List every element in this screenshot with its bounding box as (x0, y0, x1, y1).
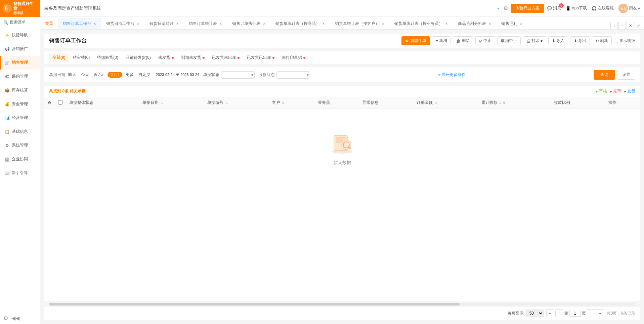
tab-sales-revenue[interactable]: 销售毛利 ✕ (496, 18, 527, 29)
sidebar-item-sales[interactable]: 🛒 销售管理 (0, 56, 40, 70)
horizontal-scrollbar[interactable] (44, 301, 640, 306)
next-page-btn[interactable]: › (587, 309, 595, 317)
last-page-btn[interactable]: » (596, 309, 604, 317)
delete-btn[interactable]: 🗑 删除 (453, 36, 473, 45)
tab-home[interactable]: 首页 (40, 18, 58, 29)
tab-gross-margin[interactable]: 商品毛利分析表 ✕ (453, 18, 496, 29)
filter-tab-not-shipped[interactable]: 未发货 (155, 53, 177, 62)
tab-close-sales-stat-customer[interactable]: ✕ (382, 22, 384, 26)
sidebar-item-system[interactable]: ⚙ 系统管理 (0, 138, 40, 152)
sidebar-item-inventory[interactable]: 📦 库存核算 (0, 83, 40, 97)
yesterday-opt[interactable]: 昨天 (67, 71, 78, 78)
filter-tab-shipped-not-out[interactable]: 已发货未出库 (209, 53, 243, 62)
scroll-thumb[interactable] (49, 303, 460, 306)
sidebar-item-quicknav[interactable]: ⚡ 快捷导航 (0, 28, 40, 42)
select-all-checkbox[interactable] (58, 100, 62, 105)
filter-tab-pending-inspect[interactable]: 待抓验货(0) (94, 53, 122, 62)
settings-gear-icon[interactable]: ⚙ (3, 315, 8, 321)
scroll-track[interactable] (49, 303, 635, 306)
col-collected[interactable]: 累计收款... ⇅ (478, 97, 551, 109)
tab-sales-stat-staff[interactable]: 销货单统计表（按业务员） ✕ (389, 18, 453, 29)
online-service-btn[interactable]: 🎧 在线客服 (592, 5, 614, 11)
sidebar-item-operations[interactable]: 📊 经营管理 (0, 111, 40, 125)
collapse-icon[interactable]: ◀◀ (11, 315, 19, 321)
more-opt[interactable]: 更多 (124, 71, 135, 78)
filter-settings-btn[interactable]: 设置 (617, 70, 635, 80)
tab-sales-stat[interactable]: 销售订单统计表 ✕ (184, 18, 227, 29)
col-check[interactable] (55, 97, 66, 109)
payment-select[interactable] (276, 71, 310, 79)
user-menu[interactable]: Ea 用友 ▾ (618, 4, 640, 13)
tab-close-sales-revenue[interactable]: ✕ (520, 22, 522, 26)
sidebar-item-guide[interactable]: 📖 新手引导 (0, 166, 40, 180)
filter-tab-pending-review[interactable]: 待审核(0) (70, 53, 93, 62)
sidebar-item-enterprise[interactable]: 🏢 企业协同 (0, 152, 40, 166)
filter-tab-all[interactable]: 全部(0) (49, 53, 69, 62)
7days-opt[interactable]: 近7天 (92, 71, 105, 78)
smart-create-btn[interactable]: ★ 智能生单 (401, 36, 430, 45)
sidebar-item-basics[interactable]: 📋 基础信息 (0, 125, 40, 138)
tab-close-cash-daily[interactable]: ✕ (137, 22, 139, 26)
tab-cash-reconcile[interactable]: 钱货日清对账 ✕ (144, 18, 184, 29)
stop-btn[interactable]: ⊘ 中止 (475, 36, 495, 45)
show-detail-checkbox-label[interactable]: 显示明细 (614, 38, 635, 44)
title-dropdown-icon[interactable]: ▾ (497, 6, 499, 11)
batch-deliver-btn[interactable]: ● 发货 (624, 88, 635, 94)
tab-fullscreen-btn[interactable]: ⤢ (635, 22, 642, 29)
col-ratio[interactable]: 收款比例 (551, 97, 605, 109)
tab-close-sales-workbench[interactable]: ✕ (93, 22, 96, 26)
page-number-input[interactable] (569, 310, 581, 317)
tab-close-sales-stat[interactable]: ✕ (219, 22, 222, 26)
today-opt[interactable]: 今天 (80, 71, 90, 78)
col-number[interactable]: 单据编号 ⇅ (204, 97, 269, 109)
filter-tab-wangpu[interactable]: 旺铺待发货(0) (122, 53, 154, 62)
export-btn[interactable]: ⬆ 导出 (570, 36, 590, 45)
industry-solution-btn[interactable]: 体验行业方案 (511, 4, 544, 13)
batch-revoke-btn[interactable]: ● 充审 (610, 88, 621, 94)
search-menu[interactable]: 🔍 搜索菜单 (0, 17, 40, 28)
col-status[interactable]: 单据整体状态 (66, 97, 139, 109)
cancel-stop-btn[interactable]: 取消中止 (497, 36, 521, 45)
new-btn[interactable]: + 新增 (432, 36, 451, 45)
filter-tab-shipped-out[interactable]: 已发货已出库 (244, 53, 278, 62)
tab-close-cash-reconcile[interactable]: ✕ (176, 22, 179, 26)
tab-close-sales-exec[interactable]: ✕ (263, 22, 265, 26)
filter-tab-not-printed[interactable]: 未打印单据 (278, 53, 309, 62)
tab-sales-workbench[interactable]: 销售订单工作台 ✕ (58, 18, 101, 29)
custom-opt[interactable]: 自定义 (137, 71, 152, 78)
tab-prev-btn[interactable]: ‹ (610, 22, 618, 29)
status-select[interactable] (221, 71, 255, 79)
top-settings-icon[interactable]: ⚙ (503, 5, 508, 11)
page-size-select[interactable]: 20 50 100 (526, 310, 544, 317)
col-staff[interactable]: 业务员 (314, 97, 359, 109)
import-btn[interactable]: ⬇ 导入 (548, 36, 568, 45)
batch-audit-btn[interactable]: ● 审核 (595, 88, 607, 94)
tab-cash-daily[interactable]: 钱货日清工作台 ✕ (101, 18, 144, 29)
tab-close-all-btn[interactable]: ✕ (627, 22, 634, 29)
refresh-btn[interactable]: ↻ 刷新 (592, 36, 612, 45)
message-btn[interactable]: 💬 6 消息 (547, 5, 561, 11)
tab-close-sales-stat-product[interactable]: ✕ (322, 22, 325, 26)
expand-conditions-btn[interactable]: ▿ 展开更多条件 (438, 72, 466, 78)
col-amount[interactable]: 订单金额 ⇅ (413, 97, 478, 109)
sidebar-item-finance[interactable]: 💰 资金管理 (0, 97, 40, 111)
query-btn[interactable]: 查询 (594, 70, 615, 80)
1month-opt[interactable]: 近1月 (108, 72, 122, 78)
tab-sales-stat-product[interactable]: 销货单统计表（按商品） ✕ (270, 18, 330, 29)
sidebar-item-purchase[interactable]: 🏷 采购管理 (0, 70, 40, 83)
prev-page-btn[interactable]: ‹ (555, 309, 563, 317)
col-settings[interactable]: ⚙ (44, 97, 55, 109)
col-date[interactable]: 单据日期 ⇅ (139, 97, 204, 109)
print-btn[interactable]: 🖨 打印 ▾ (523, 36, 546, 45)
filter-tab-overdue[interactable]: 到期未发货 (178, 53, 208, 62)
tab-sales-exec[interactable]: 销售订单执行表 ✕ (227, 18, 270, 29)
first-page-btn[interactable]: « (546, 309, 554, 317)
col-customer[interactable]: 客户 ⇅ (269, 97, 314, 109)
app-download-btn[interactable]: 📱 App下载 (566, 5, 587, 11)
col-abnormal[interactable]: 异常信息 (359, 97, 413, 109)
sidebar-item-marketing[interactable]: 📢 营销推广 (0, 42, 40, 56)
tab-close-gross-margin[interactable]: ✕ (488, 22, 491, 26)
tab-sales-stat-customer[interactable]: 销货单统计表（按客户） ✕ (330, 18, 389, 29)
tab-next-btn[interactable]: › (618, 22, 626, 29)
tab-close-sales-stat-staff[interactable]: ✕ (445, 22, 448, 26)
